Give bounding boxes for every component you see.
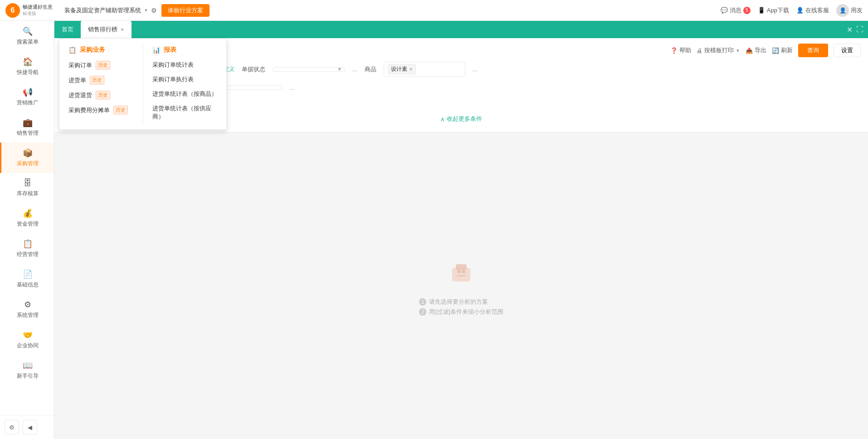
report-stock-by-supplier-label: 进货单统计表（按供应商） [152, 104, 218, 121]
purchase-return-label: 进货退货 [68, 91, 92, 99]
tab-home-label: 首页 [62, 25, 73, 34]
refresh-btn[interactable]: 🔄 刷新 [772, 46, 793, 54]
sidebar-item-marketing[interactable]: 📢 营销推广 [0, 82, 54, 112]
salesman-ellipsis[interactable]: ... [289, 84, 294, 91]
system-icon: ⚙ [24, 300, 31, 310]
export-label: 导出 [755, 46, 766, 54]
help-icon: ❓ [670, 47, 678, 54]
system-name-area: 装备及固定资产辅助管理系统 ▼ ⚙ [64, 6, 157, 15]
settings-bottom-btn[interactable]: ⚙ [5, 420, 19, 434]
purchase-expense-item[interactable]: 采购费用分摊单 历史 [65, 103, 137, 118]
report-purchase-order-stat[interactable]: 采购订单统计表 [149, 58, 221, 72]
avatar: 👤 [836, 4, 849, 17]
sidebar-item-finance[interactable]: 💰 资金管理 [0, 203, 54, 233]
tab-close-icon[interactable]: ✕ [120, 27, 124, 33]
app-download-btn[interactable]: 📱 App下载 [758, 6, 789, 15]
doc-status-ellipsis[interactable]: ... [352, 66, 357, 73]
sidebar-label-marketing: 营销推广 [17, 99, 39, 107]
sidebar: 🔍 搜索菜单 🏠 快捷导航 📢 营销推广 💼 销售管理 📦 采购管理 🗄 库存核… [0, 21, 54, 439]
purchase-order-item[interactable]: 采购订单 历史 [65, 58, 137, 73]
reports-icon: 📊 [152, 46, 160, 54]
purchase-return-item[interactable]: 进货退货 历史 [65, 88, 137, 103]
tab-sales-rank[interactable]: 销售排行榜 ✕ [81, 21, 132, 38]
sidebar-label-search: 搜索菜单 [17, 38, 39, 46]
sidebar-item-inventory[interactable]: 🗄 库存核算 [0, 173, 54, 203]
export-icon: 📤 [746, 47, 753, 54]
system-chevron-icon[interactable]: ▼ [144, 8, 148, 13]
sidebar-label-guide: 新手引导 [17, 372, 39, 380]
online-service-btn[interactable]: 👤 在线客服 [796, 6, 829, 15]
marketing-icon: 📢 [23, 87, 33, 97]
goods-input[interactable]: 设计素 ✕ [384, 62, 465, 77]
goods-tag-close-icon[interactable]: ✕ [409, 67, 413, 72]
print-btn[interactable]: 🖨 按模板打印 ▼ [697, 46, 740, 54]
purchase-stock-item[interactable]: 进货单 历史 [65, 73, 137, 88]
sidebar-label-sales: 销售管理 [17, 129, 39, 137]
user-btn[interactable]: 👤 用友 [836, 4, 863, 17]
sidebar-item-quick-nav[interactable]: 🏠 快捷导航 [0, 51, 54, 82]
purchase-ops-title: 采购业务 [80, 46, 105, 54]
message-btn[interactable]: 💬 消息 5 [721, 6, 751, 15]
svg-rect-1 [456, 264, 467, 270]
tab-bar: 首页 销售排行榜 ✕ ✕ ⛶ [54, 21, 868, 38]
sidebar-item-base-info[interactable]: 📄 基础信息 [0, 264, 54, 294]
sidebar-item-sales[interactable]: 💼 销售管理 [0, 112, 54, 143]
refresh-icon: 🔄 [772, 47, 779, 54]
purchase-ops-header: 📋 采购业务 [65, 44, 137, 58]
expand-window-icon[interactable]: ⛶ [856, 25, 863, 34]
sidebar-item-system[interactable]: ⚙ 系统管理 [0, 294, 54, 325]
purchase-expense-label: 采购费用分摊单 [68, 106, 110, 114]
collapse-sidebar-btn[interactable]: ◀ [23, 420, 37, 434]
purchase-return-history-tag: 历史 [96, 91, 110, 99]
purchase-dropdown-menu: 📋 采购业务 采购订单 历史 进货单 历史 进货退货 历史 采购费用分摊单 历史… [59, 38, 227, 130]
report-purchase-order-exec[interactable]: 采购订单执行表 [149, 72, 221, 87]
print-icon: 🖨 [697, 47, 702, 54]
doc-status-input[interactable]: ▼ [273, 67, 345, 72]
sales-icon: 💼 [23, 118, 33, 128]
sidebar-label-quick-nav: 快捷导航 [17, 69, 39, 76]
guide-icon: 📖 [23, 360, 33, 370]
close-window-icon[interactable]: ✕ [847, 25, 853, 34]
online-service-label: 在线客服 [805, 6, 829, 15]
help-btn[interactable]: ❓ 帮助 [670, 46, 691, 54]
purchase-stock-history-tag: 历史 [90, 76, 104, 84]
report-purchase-order-exec-label: 采购订单执行表 [152, 75, 194, 84]
operations-icon: 📋 [23, 239, 33, 249]
doc-status-chevron-icon: ▼ [337, 67, 342, 72]
sidebar-item-search[interactable]: 🔍 搜索菜单 [0, 21, 54, 51]
logo-icon: 6 [5, 3, 20, 18]
reports-col: 📊 报表 采购订单统计表 采购订单执行表 进货单统计表（按商品） 进货单统计表（… [143, 44, 227, 124]
search-icon: 🔍 [23, 26, 33, 36]
tab-home[interactable]: 首页 [54, 21, 81, 38]
top-bar: 6 畅捷通好生意 标准版 装备及固定资产辅助管理系统 ▼ ⚙ 体验行业方案 💬 … [0, 0, 868, 21]
sidebar-label-purchase: 采购管理 [17, 160, 39, 168]
purchase-expense-history-tag: 历史 [113, 106, 128, 114]
enterprise-icon: 🤝 [23, 330, 33, 340]
gear-icon[interactable]: ⚙ [151, 7, 157, 14]
sidebar-item-operations[interactable]: 📋 经营管理 [0, 233, 54, 264]
system-name-text: 装备及固定资产辅助管理系统 [64, 6, 141, 15]
sidebar-item-purchase[interactable]: 📦 采购管理 [0, 143, 54, 173]
goods-label: 商品 [365, 65, 376, 74]
tip-text-1: 请先选择要分析的方案 [429, 298, 488, 306]
export-btn[interactable]: 📤 导出 [746, 46, 766, 54]
purchase-order-history-tag: 历史 [96, 61, 110, 69]
goods-ellipsis[interactable]: ... [473, 66, 478, 73]
sidebar-label-system: 系统管理 [17, 311, 39, 319]
empty-tips: 1 请先选择要分析的方案 2 用[过滤]条件来缩小分析范围 [419, 296, 503, 318]
sidebar-item-enterprise[interactable]: 🤝 企业协同 [0, 325, 54, 355]
empty-illustration [443, 254, 479, 291]
report-stock-by-goods-label: 进货单统计表（按商品） [152, 90, 217, 98]
sidebar-label-inventory: 库存核算 [17, 190, 39, 197]
svg-point-3 [462, 270, 465, 273]
settings-btn[interactable]: 设置 [834, 44, 861, 57]
industry-btn[interactable]: 体验行业方案 [161, 4, 210, 17]
sidebar-item-guide[interactable]: 📖 新手引导 [0, 355, 54, 385]
report-stock-by-supplier[interactable]: 进货单统计表（按供应商） [149, 101, 221, 124]
query-btn[interactable]: 查询 [798, 44, 828, 57]
doc-status-label: 单据状态 [242, 65, 265, 74]
tip-text-2: 用[过滤]条件来缩小分析范围 [429, 308, 503, 316]
report-stock-by-goods[interactable]: 进货单统计表（按商品） [149, 87, 221, 101]
goods-tag: 设计素 ✕ [388, 64, 416, 74]
collapse-label: 收起更多条件 [447, 115, 482, 123]
